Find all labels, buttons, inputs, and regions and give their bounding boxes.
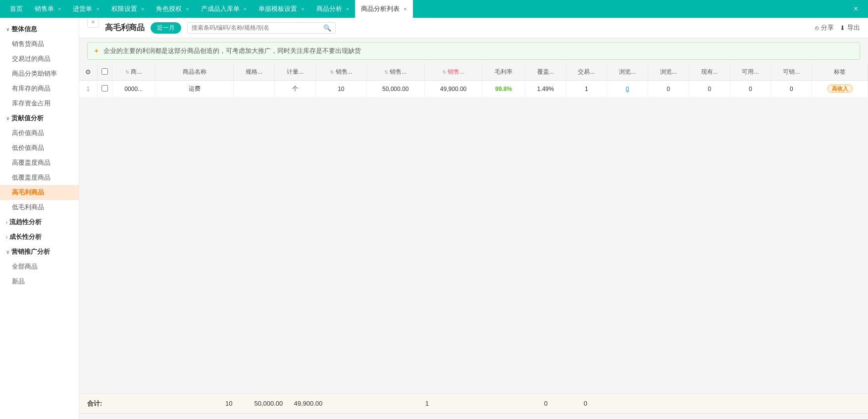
search-box: 🔍 bbox=[187, 22, 336, 34]
col-browse1-header[interactable]: 浏览... bbox=[607, 64, 648, 81]
sidebar-item-low-coverage[interactable]: 低覆盖度商品 bbox=[0, 170, 79, 185]
sidebar-item-category-rate[interactable]: 商品分类助销率 bbox=[0, 66, 79, 81]
col-saleable-stock-header[interactable]: 可销... bbox=[771, 64, 812, 81]
sidebar-group-overall[interactable]: ∨ 整体信息 bbox=[0, 22, 79, 37]
sidebar-item-low-margin[interactable]: 低毛利商品 bbox=[0, 200, 79, 215]
window-close-button[interactable]: × bbox=[848, 4, 864, 13]
nav-close-icon[interactable]: × bbox=[301, 6, 304, 12]
cell-sales-amount: 50,000.00 bbox=[366, 81, 424, 97]
sidebar-item-all-goods[interactable]: 全部商品 bbox=[0, 259, 79, 274]
col-sales-amount-header[interactable]: ⇅ 销售... bbox=[366, 64, 424, 81]
chevron-right-icon: › bbox=[6, 234, 7, 240]
nav-sales-order[interactable]: 销售单 × bbox=[29, 0, 67, 18]
bottom-scrollbar[interactable] bbox=[79, 413, 868, 419]
col-spec-header[interactable]: 规格... bbox=[234, 64, 275, 81]
footer-empty2 bbox=[367, 400, 407, 407]
nav-product-inbound[interactable]: 产成品入库单 × bbox=[195, 0, 253, 18]
sidebar-item-high-margin[interactable]: 高毛利商品 bbox=[0, 185, 79, 200]
col-name-header[interactable]: 商品名称 bbox=[155, 64, 234, 81]
filter-recent-month-button[interactable]: 近一月 bbox=[151, 22, 181, 34]
nav-close-icon[interactable]: × bbox=[244, 6, 247, 12]
share-button[interactable]: ⎋ 分享 bbox=[815, 23, 834, 32]
nav-product-analysis[interactable]: 商品分析 × bbox=[310, 0, 355, 18]
sidebar-item-high-coverage[interactable]: 高覆盖度商品 bbox=[0, 155, 79, 170]
col-browse2-header[interactable]: 浏览... bbox=[648, 64, 689, 81]
col-current-stock-header[interactable]: 现有... bbox=[689, 64, 730, 81]
nav-product-analysis-list[interactable]: 商品分析列表 × bbox=[355, 0, 412, 18]
table-footer: 合计: 10 50,000.00 49,900.00 1 0 0 bbox=[79, 393, 868, 413]
nav-template-settings[interactable]: 单据模板设置 × bbox=[253, 0, 310, 18]
search-input[interactable] bbox=[192, 24, 320, 31]
sidebar-item-traded-goods[interactable]: 交易过的商品 bbox=[0, 51, 79, 66]
col-trade-count-header[interactable]: 交易... bbox=[566, 64, 607, 81]
table-header-row: ⚙ ⇅ 商... 商品名称 规格... 计量... ⇅ 销 bbox=[79, 64, 868, 81]
footer-sales-qty bbox=[110, 400, 209, 407]
nav-role-auth[interactable]: 角色授权 × bbox=[150, 0, 195, 18]
footer-sales-profit-value: 49,900.00 bbox=[288, 400, 328, 407]
search-icon[interactable]: 🔍 bbox=[323, 24, 331, 32]
nav-close-icon-active[interactable]: × bbox=[404, 6, 407, 12]
nav-permission-settings[interactable]: 权限设置 × bbox=[105, 0, 150, 18]
content-area: « 高毛利商品 近一月 🔍 ⎋ 分享 ⬇ 导出 ✦ 企业的主要的利润都是这部 bbox=[79, 18, 868, 419]
col-sales-qty-header[interactable]: ⇅ 销售... bbox=[315, 64, 366, 81]
select-all-checkbox[interactable] bbox=[102, 68, 108, 75]
row-checkbox[interactable] bbox=[102, 85, 108, 92]
col-settings-header[interactable]: ⚙ bbox=[79, 64, 97, 81]
sidebar-item-new-goods[interactable]: 新品 bbox=[0, 274, 79, 289]
cell-gross-margin: 99.8% bbox=[482, 81, 525, 97]
nav-close-icon[interactable]: × bbox=[141, 6, 144, 12]
cell-browse2: 0 bbox=[648, 81, 689, 97]
cell-coverage: 1.49% bbox=[525, 81, 566, 97]
nav-home[interactable]: 首页 bbox=[4, 0, 29, 18]
export-icon: ⬇ bbox=[840, 24, 845, 32]
col-code-header[interactable]: ⇅ 商... bbox=[112, 64, 155, 81]
cell-checkbox[interactable] bbox=[97, 81, 112, 97]
nav-close-icon[interactable]: × bbox=[346, 6, 349, 12]
sidebar-group-contribution[interactable]: ∨ 贡献值分析 bbox=[0, 111, 79, 126]
cell-spec bbox=[234, 81, 275, 97]
sidebar-item-stock-goods[interactable]: 有库存的商品 bbox=[0, 81, 79, 96]
content-header: « 高毛利商品 近一月 🔍 ⎋ 分享 ⬇ 导出 bbox=[79, 18, 868, 38]
sidebar: ∨ 整体信息 销售货商品 交易过的商品 商品分类助销率 有库存的商品 库存资金占… bbox=[0, 18, 79, 419]
top-navigation: 首页 销售单 × 进货单 × 权限设置 × 角色授权 × 产成品入库单 × 单据… bbox=[0, 0, 868, 18]
col-unit-header[interactable]: 计量... bbox=[275, 64, 316, 81]
footer-sales-qty-value: 10 bbox=[209, 400, 249, 407]
sidebar-group-growth[interactable]: › 成长性分析 bbox=[0, 230, 79, 244]
sidebar-item-sales-goods[interactable]: 销售货商品 bbox=[0, 37, 79, 51]
cell-tag: 高收入 bbox=[812, 81, 868, 97]
col-tag-header[interactable]: 标签 bbox=[812, 64, 868, 81]
sidebar-item-high-value[interactable]: 高价值商品 bbox=[0, 126, 79, 140]
sidebar-collapse-button[interactable]: « bbox=[87, 18, 99, 28]
col-coverage-header[interactable]: 覆盖... bbox=[525, 64, 566, 81]
export-button[interactable]: ⬇ 导出 bbox=[840, 23, 860, 32]
col-sales-profit-header[interactable]: ⇅ 销售... bbox=[424, 64, 482, 81]
header-actions: ⎋ 分享 ⬇ 导出 bbox=[815, 23, 860, 32]
col-checkbox-header[interactable] bbox=[97, 64, 112, 81]
info-icon: ✦ bbox=[94, 47, 100, 55]
footer-label: 合计: bbox=[87, 399, 102, 408]
cell-sales-profit: 49,900.00 bbox=[424, 81, 482, 97]
settings-icon[interactable]: ⚙ bbox=[85, 68, 91, 76]
col-available-stock-header[interactable]: 可用... bbox=[730, 64, 771, 81]
cell-current-stock: 0 bbox=[689, 81, 730, 97]
nav-close-icon[interactable]: × bbox=[96, 6, 99, 12]
nav-purchase-order[interactable]: 进货单 × bbox=[67, 0, 105, 18]
col-gross-margin-header[interactable]: 毛利率 bbox=[482, 64, 525, 81]
footer-cells: 10 50,000.00 49,900.00 1 0 0 bbox=[110, 400, 860, 407]
sidebar-group-trend[interactable]: › 流趋性分析 bbox=[0, 215, 79, 230]
sidebar-item-low-value[interactable]: 低价值商品 bbox=[0, 140, 79, 155]
cell-sales-qty: 10 bbox=[315, 81, 366, 97]
nav-close-icon[interactable]: × bbox=[186, 6, 189, 12]
table-container[interactable]: ⚙ ⇅ 商... 商品名称 规格... 计量... ⇅ 销 bbox=[79, 64, 868, 393]
sidebar-item-stock-capital[interactable]: 库存资金占用 bbox=[0, 96, 79, 111]
sidebar-group-marketing[interactable]: ∨ 营销推广分析 bbox=[0, 244, 79, 259]
nav-close-icon[interactable]: × bbox=[58, 6, 61, 12]
chevron-down-icon: ∨ bbox=[6, 27, 9, 32]
chevron-down-icon: ∨ bbox=[6, 249, 9, 255]
chevron-right-icon: › bbox=[6, 220, 7, 225]
cell-browse1[interactable]: 0 bbox=[607, 81, 648, 97]
footer-empty1 bbox=[328, 400, 367, 407]
footer-trade-count-value: 1 bbox=[407, 400, 447, 407]
cell-available-stock: 0 bbox=[730, 81, 771, 97]
cell-saleable-stock: 0 bbox=[771, 81, 812, 97]
